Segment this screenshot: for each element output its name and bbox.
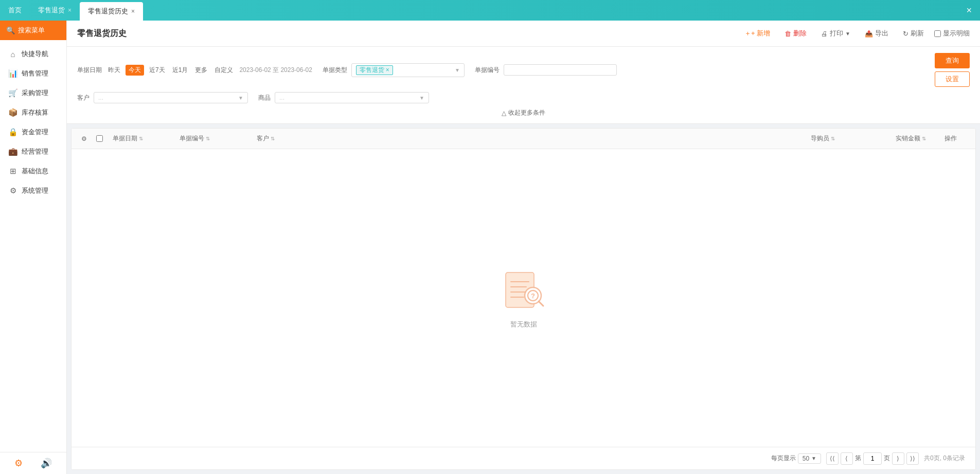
filter-row-2: 客户 ... ▼ 商品 ... ▼ (77, 92, 970, 103)
empty-text: 暂无数据 (510, 320, 537, 329)
print-button[interactable]: 🖨 打印 ▼ (817, 27, 854, 40)
tab-retail-return-history[interactable]: 零售退货历史 × (80, 2, 143, 21)
filter-customer-item: 客户 ... ▼ (77, 92, 248, 103)
sidebar-item-basic-info[interactable]: ⊞ 基础信息 (0, 161, 66, 181)
content-area: 零售退货历史 ＋ + 新增 🗑 删除 🖨 打印 ▼ 📤 导出 (67, 21, 980, 474)
goods-select[interactable]: ... ▼ (275, 92, 429, 103)
tag-close-icon[interactable]: × (386, 66, 389, 74)
print-dropdown-icon: ▼ (845, 31, 850, 37)
search-icon: 🔍 (6, 26, 15, 34)
settings-icon[interactable]: ⚙ (14, 458, 23, 469)
filter-date-item: 单据日期 昨天 今天 近7天 近1月 更多 自定义 2023-06-02 至 2… (77, 65, 312, 76)
type-select[interactable]: 零售退货 × ▼ (351, 63, 465, 77)
page-next-button[interactable]: ⟩ (892, 452, 904, 465)
page-prev-button[interactable]: ⟨ (841, 452, 853, 465)
type-label: 单据类型 (323, 66, 347, 75)
filter-row-1: 单据日期 昨天 今天 近7天 近1月 更多 自定义 2023-06-02 至 2… (77, 53, 970, 87)
col-header-date[interactable]: 单据日期 ⇅ (109, 134, 175, 143)
plus-icon: ＋ (744, 29, 751, 38)
sidebar-nav: ⌂ 快捷导航 📊 销售管理 🛒 采购管理 📦 库存核算 🔒 资金管理 💼 (0, 40, 66, 452)
sidebar-item-sales[interactable]: 📊 销售管理 (0, 64, 66, 83)
sort-date-icon: ⇅ (139, 136, 143, 141)
page-first-button[interactable]: ⟨⟨ (826, 452, 839, 465)
sort-amount-icon: ⇅ (922, 136, 926, 141)
col-header-guide[interactable]: 导购员 ⇅ (807, 134, 868, 143)
sidebar: 🔍 搜索菜单 ⌂ 快捷导航 📊 销售管理 🛒 采购管理 📦 库存核算 🔒 (0, 21, 67, 474)
date-opt-1month[interactable]: 近1月 (170, 65, 190, 76)
export-icon: 📤 (865, 30, 873, 38)
page-header: 零售退货历史 ＋ + 新增 🗑 删除 🖨 打印 ▼ 📤 导出 (67, 21, 980, 47)
table-area: ⚙ 单据日期 ⇅ 单据编号 ⇅ 客户 ⇅ 导购员 ⇅ (71, 128, 976, 470)
tab-home[interactable]: 首页 (0, 0, 30, 21)
sidebar-search[interactable]: 🔍 搜索菜单 (0, 21, 66, 40)
col-header-action: 操作 (930, 134, 971, 143)
table-settings-icon[interactable]: ⚙ (76, 135, 92, 142)
col-header-amount[interactable]: 实销金额 ⇅ (868, 134, 930, 143)
filter-area: 单据日期 昨天 今天 近7天 近1月 更多 自定义 2023-06-02 至 2… (67, 47, 980, 124)
sidebar-item-system[interactable]: ⚙ 系统管理 (0, 181, 66, 200)
page-number-input[interactable] (863, 452, 882, 465)
grid-icon: ⊞ (8, 167, 17, 176)
empty-icon: ? (498, 267, 549, 314)
type-dropdown-icon: ▼ (455, 67, 460, 73)
tab-retail-return[interactable]: 零售退货 × (30, 0, 80, 21)
col-header-num[interactable]: 单据编号 ⇅ (175, 134, 253, 143)
sort-guide-icon: ⇅ (831, 136, 835, 141)
sidebar-item-finance[interactable]: 🔒 资金管理 (0, 122, 66, 142)
cart-icon: 🛒 (8, 88, 17, 98)
display-detail-checkbox-wrapper: 显示明细 (934, 29, 970, 38)
volume-icon[interactable]: 🔊 (41, 458, 52, 469)
voucher-label: 单据编号 (475, 66, 500, 75)
query-button[interactable]: 查询 (935, 53, 970, 68)
refresh-button[interactable]: ↻ 刷新 (899, 27, 928, 40)
page-last-button[interactable]: ⟩⟩ (906, 452, 919, 465)
page-title: 零售退货历史 (77, 28, 127, 39)
home-icon: ⌂ (8, 49, 17, 59)
delete-button[interactable]: 🗑 删除 (780, 27, 811, 40)
tab-bar: 首页 零售退货 × 零售退货历史 × (0, 0, 958, 21)
voucher-input[interactable] (504, 64, 617, 76)
header-actions: ＋ + 新增 🗑 删除 🖨 打印 ▼ 📤 导出 ↻ (740, 27, 970, 40)
window-close-button[interactable]: × (958, 5, 980, 16)
customer-select[interactable]: ... ▼ (94, 92, 248, 103)
filter-type-item: 单据类型 零售退货 × ▼ (323, 63, 465, 77)
date-opt-7days[interactable]: 近7天 (147, 65, 167, 76)
collapse-button[interactable]: △ 收起更多条件 (502, 108, 545, 117)
date-opt-custom[interactable]: 自定义 (212, 65, 235, 76)
date-opt-yesterday[interactable]: 昨天 (106, 65, 122, 76)
total-info: 共0页, 0条记录 (924, 454, 965, 463)
date-opt-today[interactable]: 今天 (126, 65, 144, 76)
sidebar-item-operation[interactable]: 💼 经营管理 (0, 142, 66, 161)
box-icon: 📦 (8, 108, 17, 117)
collapse-icon: △ (502, 110, 506, 117)
customer-label: 客户 (77, 94, 90, 102)
tab-retail-return-history-close[interactable]: × (131, 8, 135, 15)
main-layout: 🔍 搜索菜单 ⌂ 快捷导航 📊 销售管理 🛒 采购管理 📦 库存核算 🔒 (0, 21, 980, 474)
new-button[interactable]: ＋ + 新增 (740, 27, 774, 40)
sidebar-bottom: ⚙ 🔊 (0, 452, 66, 474)
date-opt-more[interactable]: 更多 (193, 65, 209, 76)
sidebar-item-inventory[interactable]: 📦 库存核算 (0, 103, 66, 122)
sidebar-item-purchase[interactable]: 🛒 采购管理 (0, 83, 66, 103)
sidebar-item-quick-nav[interactable]: ⌂ 快捷导航 (0, 44, 66, 64)
filter-voucher-item: 单据编号 (475, 64, 617, 76)
gear-icon: ⚙ (8, 186, 17, 195)
page-label-post: 页 (884, 454, 890, 463)
tab-retail-return-close[interactable]: × (68, 7, 72, 14)
col-header-customer[interactable]: 客户 ⇅ (253, 134, 807, 143)
svg-line-7 (539, 301, 543, 306)
export-button[interactable]: 📤 导出 (861, 27, 893, 40)
per-page-dropdown[interactable]: 50 ▼ (798, 453, 821, 464)
date-options: 昨天 今天 近7天 近1月 更多 自定义 (106, 65, 235, 76)
date-range-display: 2023-06-02 至 2023-06-02 (239, 66, 312, 75)
query-btn-group: 查询 设置 (935, 53, 970, 87)
pagination-bar: 每页显示 50 ▼ ⟨⟨ ⟨ 第 页 ⟩ ⟩⟩ 共0页, 0条记录 (72, 447, 975, 469)
setting-button[interactable]: 设置 (935, 71, 970, 87)
sort-customer-icon: ⇅ (271, 136, 275, 141)
lock-icon: 🔒 (8, 127, 17, 137)
display-detail-checkbox[interactable] (934, 30, 941, 37)
briefcase-icon: 💼 (8, 147, 17, 156)
table-select-all[interactable] (92, 135, 109, 142)
page-label-pre: 第 (855, 454, 861, 463)
sort-num-icon: ⇅ (206, 136, 210, 141)
